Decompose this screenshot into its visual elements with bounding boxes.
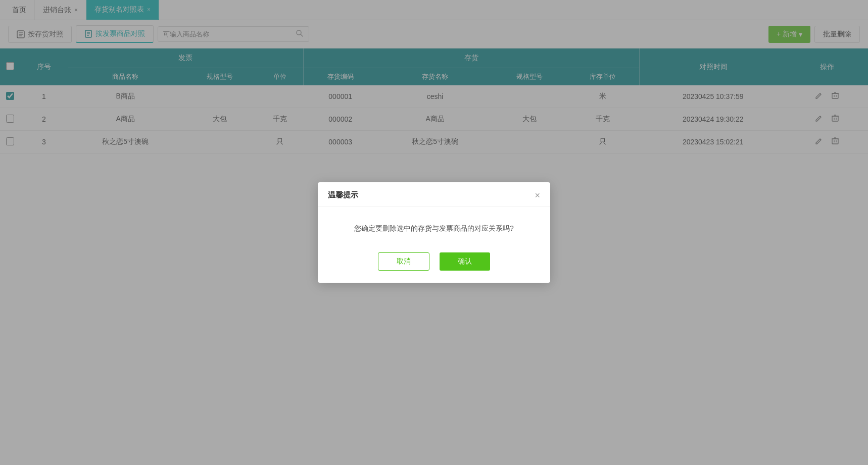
dialog-close-button[interactable]: × xyxy=(535,191,540,200)
confirm-dialog: 温馨提示 × 您确定要删除选中的存货与发票商品的对应关系吗? 取消 确认 xyxy=(318,182,550,282)
dialog-confirm-button[interactable]: 确认 xyxy=(440,252,490,271)
dialog-body: 您确定要删除选中的存货与发票商品的对应关系吗? xyxy=(318,206,550,244)
dialog-header: 温馨提示 × xyxy=(318,182,550,206)
dialog-cancel-button[interactable]: 取消 xyxy=(378,252,429,271)
dialog-footer: 取消 确认 xyxy=(318,244,550,283)
dialog-title: 温馨提示 xyxy=(328,190,358,200)
dialog-message: 您确定要删除选中的存货与发票商品的对应关系吗? xyxy=(354,224,514,232)
modal-overlay: 温馨提示 × 您确定要删除选中的存货与发票商品的对应关系吗? 取消 确认 xyxy=(0,0,868,465)
